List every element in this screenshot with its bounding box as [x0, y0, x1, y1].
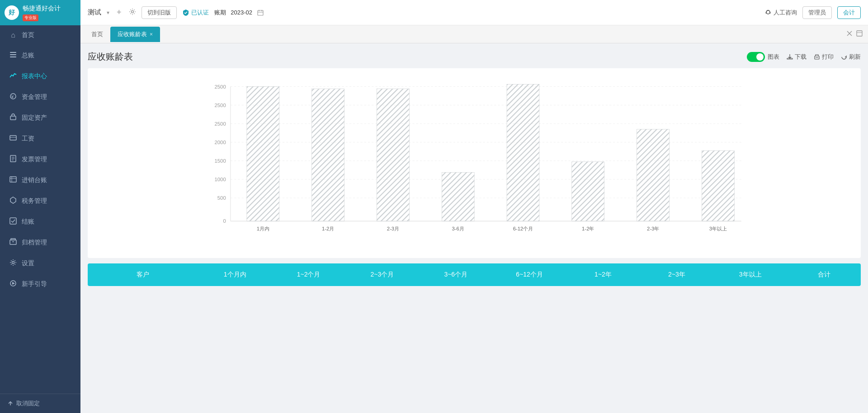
svg-rect-30 [770, 12, 771, 14]
sidebar-item-reports[interactable]: 报表中心 [0, 66, 80, 87]
sidebar-item-guide[interactable]: 新手引导 [0, 274, 80, 295]
svg-rect-60 [507, 84, 539, 221]
svg-rect-58 [377, 89, 409, 221]
expand-tab-button[interactable] [854, 30, 864, 38]
svg-text:1500: 1500 [215, 158, 226, 164]
workspace-name: 测试 [88, 8, 101, 17]
th-6-12month: 6~12个月 [493, 263, 566, 286]
workspace-arrow-icon[interactable]: ▾ [107, 9, 109, 16]
sidebar-item-invoice[interactable]: 发票管理 [0, 149, 80, 170]
sidebar-label-guide: 新手引导 [22, 280, 47, 288]
svg-marker-21 [12, 282, 15, 285]
shield-icon [182, 9, 189, 16]
salary-icon [9, 134, 17, 143]
svg-rect-56 [247, 87, 279, 221]
period-label: 账期 2023-02 [214, 9, 264, 17]
sidebar-item-tax[interactable]: 税务管理 [0, 191, 80, 211]
svg-rect-5 [10, 116, 16, 120]
tax-icon [9, 197, 17, 206]
home-icon: ⌂ [9, 31, 17, 39]
svg-rect-24 [258, 10, 263, 15]
svg-text:2-3月: 2-3月 [387, 226, 399, 231]
sidebar-label-home: 首页 [22, 31, 34, 39]
closing-icon [9, 217, 17, 226]
close-tab-button[interactable] [844, 30, 854, 38]
tabs-bar: 首页 应收账龄表 × [80, 25, 868, 43]
svg-text:¥: ¥ [11, 94, 14, 99]
svg-text:3年以上: 3年以上 [709, 226, 727, 231]
sidebar-item-ledger[interactable]: 总账 [0, 45, 80, 66]
download-button[interactable]: 下载 [787, 53, 807, 61]
download-label: 下载 [795, 53, 807, 61]
tab-ar-aging[interactable]: 应收账龄表 × [110, 27, 160, 42]
sidebar-label-tax: 税务管理 [22, 197, 47, 205]
svg-rect-0 [10, 52, 16, 53]
refresh-label: 刷新 [849, 53, 861, 61]
print-button[interactable]: 打印 [814, 53, 834, 61]
sidebar-item-sales[interactable]: 进销台账 [0, 170, 80, 191]
tab-close-icon[interactable]: × [150, 31, 153, 38]
svg-text:2500: 2500 [215, 84, 226, 89]
chart-toggle-wrap: 图表 [747, 52, 779, 62]
logo-badge: 专业版 [23, 14, 38, 21]
sidebar-logo: 好 畅捷通好会计 专业版 [0, 0, 80, 25]
main-area: 测试 ▾ + 切到旧版 已认证 账期 2023-02 人工咨询 管理员 会计 首… [80, 0, 868, 413]
assets-icon [9, 113, 17, 122]
page-header: 应收账龄表 图表 下载 打印 刷新 [88, 51, 861, 63]
sidebar-item-assets[interactable]: 固定资产 [0, 108, 80, 128]
svg-rect-37 [816, 57, 818, 58]
user-button[interactable]: 管理员 [802, 6, 832, 19]
svg-text:6-12个月: 6-12个月 [513, 226, 533, 231]
sidebar-item-salary[interactable]: 工资 [0, 128, 80, 149]
table-header: 客户 1个月内 1~2个月 2~3个月 3~6个月 6~12个月 1~2年 2~… [88, 263, 861, 286]
switch-version-button[interactable]: 切到旧版 [142, 6, 177, 19]
sidebar-label-salary: 工资 [22, 135, 34, 143]
svg-text:0: 0 [223, 218, 226, 224]
sidebar-label-sales: 进销台账 [22, 176, 47, 184]
sidebar-item-home[interactable]: ⌂ 首页 [0, 25, 80, 45]
add-workspace-button[interactable]: + [115, 8, 123, 17]
guide-icon [9, 280, 17, 289]
svg-rect-17 [11, 239, 15, 240]
logo-text-wrap: 畅捷通好会计 专业版 [23, 4, 61, 21]
sidebar-item-settings[interactable]: 设置 [0, 253, 80, 274]
svg-text:2500: 2500 [215, 103, 226, 108]
logo-name: 畅捷通好会计 [23, 4, 61, 12]
sidebar-label-funds: 资金管理 [22, 93, 47, 101]
th-2-3year: 2~3年 [640, 263, 713, 286]
print-label: 打印 [822, 53, 834, 61]
role-button[interactable]: 会计 [837, 6, 861, 19]
footer-label: 取消固定 [16, 399, 40, 408]
chart-toggle[interactable] [747, 52, 765, 62]
page-title: 应收账龄表 [88, 51, 133, 63]
chart-area: 2500 2500 2500 2000 1500 1000 500 0 [88, 68, 861, 258]
unpin-icon [7, 400, 14, 407]
service-button[interactable]: 人工咨询 [764, 9, 797, 17]
sidebar-label-invoice: 发票管理 [22, 155, 47, 164]
tab-ar-aging-label: 应收账龄表 [118, 30, 147, 38]
sidebar-label-ledger: 总账 [22, 52, 34, 60]
svg-text:2000: 2000 [215, 140, 226, 145]
svg-text:2-3年: 2-3年 [647, 226, 659, 231]
svg-text:500: 500 [217, 195, 226, 201]
th-3-6month: 3~6个月 [419, 263, 493, 286]
sidebar-item-archive[interactable]: 归档管理 [0, 232, 80, 253]
calendar-icon[interactable] [257, 9, 264, 16]
sidebar-footer[interactable]: 取消固定 [0, 394, 80, 413]
logo-icon: 好 [5, 5, 19, 20]
svg-rect-15 [10, 218, 16, 224]
svg-text:1月内: 1月内 [257, 226, 269, 231]
svg-rect-29 [766, 12, 767, 14]
th-1month: 1个月内 [198, 263, 272, 286]
sidebar-label-archive: 归档管理 [22, 239, 47, 247]
gear-icon[interactable] [129, 8, 136, 17]
refresh-button[interactable]: 刷新 [841, 53, 861, 61]
sidebar-item-funds[interactable]: ¥ 资金管理 [0, 87, 80, 108]
topbar: 测试 ▾ + 切到旧版 已认证 账期 2023-02 人工咨询 管理员 会计 [80, 0, 868, 25]
sidebar-label-closing: 结账 [22, 218, 34, 226]
sidebar-item-closing[interactable]: 结账 [0, 211, 80, 232]
sidebar: 好 畅捷通好会计 专业版 ⌂ 首页 总账 报表中心 ¥ 资金管理 [0, 0, 80, 413]
svg-rect-6 [10, 136, 16, 140]
th-2-3month: 2~3个月 [345, 263, 419, 286]
tab-home[interactable]: 首页 [84, 27, 110, 42]
